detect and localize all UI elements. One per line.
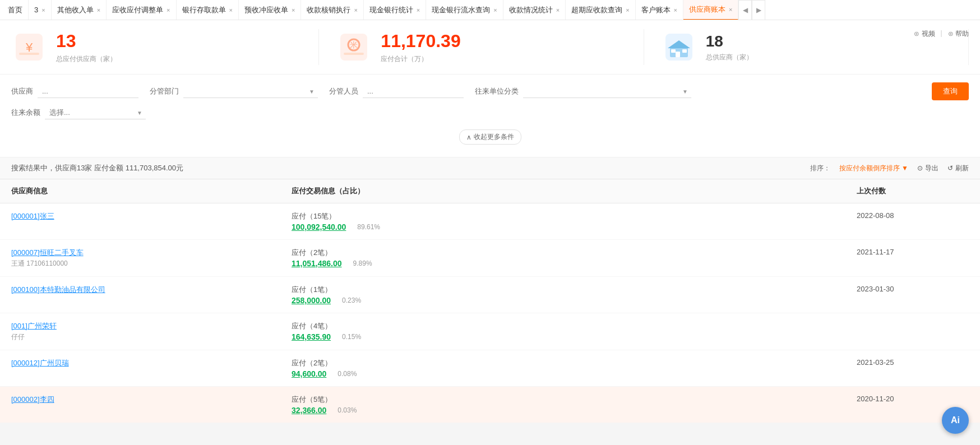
- balance-input[interactable]: [45, 106, 146, 119]
- filter-person: 分管人员: [329, 85, 464, 98]
- unit-type-input[interactable]: [523, 85, 691, 98]
- supplier-link-6[interactable]: [000002]李四: [11, 395, 54, 404]
- supplier-label: 供应商: [11, 86, 33, 96]
- filter-supplier: 供应商: [11, 85, 138, 98]
- nav-home[interactable]: 首页: [2, 0, 29, 20]
- nav-ar-ap-adjust[interactable]: 应收应付调整单 ×: [107, 0, 176, 20]
- total-suppliers-num: 18: [706, 32, 753, 51]
- supplier-cell-6: [000002]李四: [11, 395, 292, 405]
- export-icon: ⊙: [917, 164, 923, 172]
- nav-scroll-right[interactable]: ▶: [752, 0, 765, 20]
- supplier-cell-4: [001]广州荣轩 仔仔: [11, 321, 292, 342]
- svg-rect-6: [344, 53, 364, 55]
- close-ar-ap-adjust[interactable]: ×: [167, 7, 170, 13]
- help-link[interactable]: ⊙ 帮助: [948, 29, 969, 39]
- nav-cash-flow-query[interactable]: 现金银行流水查询 ×: [426, 0, 503, 20]
- result-bar: 搜索结果中，供应商13家 应付金额 111,703,854.00元 排序： 按应…: [0, 157, 980, 179]
- video-link[interactable]: ⊙ 视频: [914, 29, 935, 39]
- dept-label: 分管部门: [150, 86, 179, 96]
- supplier-cell-3: [000100]本特勤油品有限公司: [11, 285, 292, 295]
- payable-suppliers-label: 总应付供应商（家）: [56, 54, 117, 64]
- refresh-button[interactable]: ↺ 刷新: [947, 164, 969, 173]
- tx-amount-4[interactable]: 164,635.90: [292, 332, 331, 341]
- stats-bar: ¥ 13 总应付供应商（家） 米 11,170.39 应付合计（万）: [0, 20, 980, 75]
- payable-amount-info: 11,170.39 应付合计（万）: [381, 30, 460, 63]
- close-other-income[interactable]: ×: [97, 7, 100, 13]
- close-customer-ledger[interactable]: ×: [674, 7, 677, 13]
- nav-receipt-stat[interactable]: 收款情况统计 ×: [503, 0, 566, 20]
- supplier-link-4[interactable]: [001]广州荣轩: [11, 322, 57, 330]
- table-area: 供应商信息 应付交易信息（占比） 上次付数 [000001]张三 应付（15笔）…: [0, 179, 980, 423]
- last-pay-3: 2023-01-30: [857, 285, 969, 293]
- tx-amount-2[interactable]: 11,051,486.00: [292, 259, 342, 268]
- collapse-row: ∧ 收起更多条件: [11, 125, 969, 149]
- collapse-icon: ∧: [466, 133, 471, 141]
- svg-text:米: 米: [350, 40, 358, 49]
- col-lastpay-header: 上次付数: [857, 186, 969, 196]
- close-tab3[interactable]: ×: [41, 7, 45, 13]
- tx-amount-1[interactable]: 100,092,540.00: [292, 222, 346, 231]
- filter-unit-type: 往来单位分类 ▼: [475, 85, 691, 98]
- table-row: [000002]李四 应付（5笔） 32,366.00 0.03% 2020-1…: [0, 387, 980, 423]
- svg-rect-10: [676, 52, 680, 57]
- sort-dropdown[interactable]: 按应付余额倒序排序 ▼: [839, 164, 908, 173]
- table-row: [000012]广州贝瑞 应付（2笔） 94,600.00 0.08% 2021…: [0, 350, 980, 387]
- supplier-link-1[interactable]: [000001]张三: [11, 212, 54, 220]
- nav-overdue-query[interactable]: 超期应收款查询 ×: [566, 0, 635, 20]
- nav-bank-deposit[interactable]: 银行存取款单 ×: [177, 0, 239, 20]
- supplier-cell-1: [000001]张三: [11, 211, 292, 221]
- table-row: [000001]张三 应付（15笔） 100,092,540.00 89.61%…: [0, 203, 980, 240]
- svg-text:¥: ¥: [25, 40, 33, 54]
- refresh-icon: ↺: [947, 164, 953, 172]
- person-input[interactable]: [363, 85, 464, 98]
- sort-chevron-icon: ▼: [902, 164, 908, 172]
- stat-payable-amount: 米 11,170.39 应付合计（万）: [319, 29, 644, 65]
- supplier-link-3[interactable]: [000100]本特勤油品有限公司: [11, 285, 105, 294]
- nav-receipt-exec[interactable]: 收款核销执行 ×: [301, 0, 363, 20]
- filter-dept: 分管部门 ▼: [150, 85, 318, 98]
- unit-type-label: 往来单位分类: [475, 86, 519, 96]
- last-pay-6: 2020-11-20: [857, 395, 969, 403]
- nav-other-income[interactable]: 其他收入单 ×: [52, 0, 107, 20]
- payable-amount-icon: 米: [336, 29, 372, 65]
- tx-amount-3[interactable]: 258,000.00: [292, 296, 331, 305]
- tx-amount-6[interactable]: 32,366.00: [292, 406, 326, 415]
- supplier-input[interactable]: [38, 85, 138, 98]
- table-row: [001]广州荣轩 仔仔 应付（4笔） 164,635.90 0.15%: [0, 313, 980, 350]
- nav-cash-bank-stat[interactable]: 现金银行统计 ×: [364, 0, 426, 20]
- close-cash-bank-stat[interactable]: ×: [417, 7, 420, 13]
- close-cash-flow-query[interactable]: ×: [493, 7, 497, 13]
- svg-rect-11: [671, 49, 676, 53]
- dept-input[interactable]: [183, 85, 318, 98]
- col-supplier-header: 供应商信息: [11, 186, 292, 196]
- total-suppliers-info: 18 总供应商（家）: [706, 32, 753, 63]
- close-overdue-query[interactable]: ×: [626, 7, 629, 13]
- svg-rect-12: [682, 49, 687, 53]
- table-row: [000007]恒旺二手叉车 王通 17106110000 应付（2笔） 11,…: [0, 240, 980, 277]
- supplier-link-2[interactable]: [000007]恒旺二手叉车: [11, 248, 84, 257]
- close-receipt-stat[interactable]: ×: [556, 7, 560, 13]
- filter-row-2: 往来余额 ▼: [11, 106, 969, 119]
- close-supplier-ledger[interactable]: ×: [729, 6, 732, 13]
- nav-tab3[interactable]: 3 ×: [29, 0, 52, 20]
- filter-area: 供应商 分管部门 ▼ 分管人员 往来单位分类 ▼ 查询 往来余额: [0, 75, 980, 157]
- total-suppliers-icon: [661, 29, 697, 65]
- payable-suppliers-num: 13: [56, 30, 117, 52]
- nav-scroll-left[interactable]: ◀: [738, 0, 752, 20]
- nav-supplier-ledger[interactable]: 供应商账本 ×: [683, 0, 738, 20]
- tx-cell-2: 应付（2笔） 11,051,486.00 9.89%: [292, 248, 857, 268]
- export-button[interactable]: ⊙ 导出: [917, 164, 939, 173]
- close-receipt-exec[interactable]: ×: [354, 7, 357, 13]
- close-advance-offset[interactable]: ×: [292, 7, 295, 13]
- tx-cell-1: 应付（15笔） 100,092,540.00 89.61%: [292, 211, 857, 231]
- nav-advance-offset[interactable]: 预收冲应收单 ×: [239, 0, 301, 20]
- result-actions: 排序： 按应付余额倒序排序 ▼ ⊙ 导出 ↺ 刷新: [810, 164, 969, 173]
- close-bank-deposit[interactable]: ×: [229, 7, 233, 13]
- tx-cell-3: 应付（1笔） 258,000.00 0.23%: [292, 285, 857, 305]
- tx-amount-5[interactable]: 94,600.00: [292, 369, 326, 378]
- last-pay-5: 2021-03-25: [857, 358, 969, 367]
- supplier-link-5[interactable]: [000012]广州贝瑞: [11, 359, 69, 367]
- collapse-button[interactable]: ∧ 收起更多条件: [459, 129, 521, 145]
- nav-customer-ledger[interactable]: 客户账本 ×: [636, 0, 683, 20]
- query-button[interactable]: 查询: [932, 82, 969, 100]
